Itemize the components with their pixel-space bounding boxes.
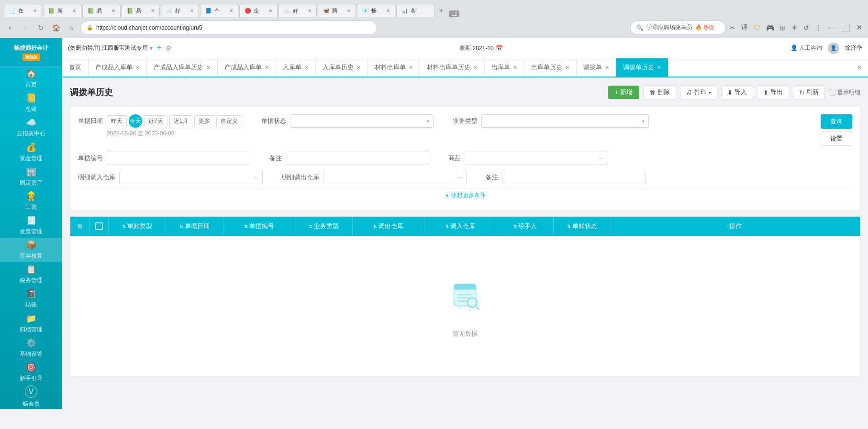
- tab-close-icon[interactable]: ✕: [605, 65, 609, 71]
- page-tab-transfer-history[interactable]: 调拨单历史 ✕: [616, 58, 668, 77]
- browser-tab[interactable]: 📘个✕: [200, 4, 238, 17]
- tab-close-icon[interactable]: ✕: [190, 8, 194, 13]
- minimize-icon[interactable]: —: [825, 22, 837, 34]
- extension-icon2[interactable]: 🎮: [764, 22, 776, 33]
- tab-close-icon[interactable]: ✕: [229, 8, 233, 13]
- page-tab-out-history[interactable]: 出库单历史 ✕: [524, 58, 577, 77]
- page-tab-material-out[interactable]: 材料出库单 ✕: [368, 58, 420, 77]
- sidebar-item-member[interactable]: V 畅会员: [0, 385, 62, 409]
- tab-close-icon[interactable]: ✕: [513, 65, 517, 71]
- doc-number-input[interactable]: [107, 152, 250, 165]
- tab-close-icon[interactable]: ✕: [308, 8, 312, 13]
- custom-btn[interactable]: 自定义: [216, 115, 242, 127]
- sidebar-item-home[interactable]: 🏠 首页: [0, 66, 62, 91]
- tab-close-icon[interactable]: ✕: [33, 8, 37, 13]
- page-tab-finished-in-history[interactable]: 产成品入库单历史 ✕: [147, 58, 218, 77]
- today-btn[interactable]: 今天: [129, 114, 142, 128]
- export-button[interactable]: ⬆ 导出: [757, 85, 789, 99]
- th-checkbox[interactable]: [89, 217, 109, 236]
- tab-close-icon[interactable]: ✕: [304, 65, 309, 71]
- browser-tab[interactable]: 🔴企✕: [239, 4, 278, 17]
- tab-close-icon[interactable]: ✕: [565, 65, 569, 71]
- page-tab-material-out-history[interactable]: 材料出库单历史 ✕: [420, 58, 485, 77]
- browser-tab[interactable]: 🦋腾✕: [318, 4, 356, 17]
- menu-icon[interactable]: ⋮: [813, 22, 823, 33]
- tab-close-icon[interactable]: ✕: [151, 8, 155, 13]
- page-tab-home[interactable]: 首页: [62, 58, 89, 77]
- page-tab-out[interactable]: 出库单 ✕: [485, 58, 524, 77]
- brightness-icon[interactable]: ☀: [790, 22, 800, 33]
- browser-tab[interactable]: 📗易✕: [122, 4, 160, 17]
- th-in-warehouse[interactable]: ⇅ 调入仓库: [424, 217, 496, 236]
- tab-close-icon[interactable]: ✕: [347, 8, 351, 13]
- forward-button[interactable]: ›: [19, 22, 32, 34]
- browser-tab[interactable]: ☁️好✕: [278, 4, 317, 17]
- bookmark-button[interactable]: ☆: [65, 22, 78, 34]
- tab-close-icon[interactable]: ✕: [72, 8, 76, 13]
- print-button[interactable]: 🖨 打印 ▾: [680, 85, 717, 99]
- tab-close-icon[interactable]: ✕: [473, 65, 478, 71]
- refresh-browser-button[interactable]: ↻: [34, 22, 47, 34]
- company-selector[interactable]: (勿删勿禁用) 江西服宝测试专用 ▾: [68, 44, 153, 52]
- checkbox-toggle[interactable]: [829, 89, 835, 96]
- period-info[interactable]: 账期 2021-10 📅: [459, 44, 503, 52]
- back-button[interactable]: ‹: [4, 22, 16, 34]
- month-btn[interactable]: 近1月: [169, 115, 193, 127]
- sidebar-item-closing[interactable]: 📓 结账: [0, 286, 62, 311]
- notes-input[interactable]: [286, 152, 429, 165]
- sidebar-item-inventory[interactable]: 📦 库存核算: [0, 238, 62, 262]
- th-gear[interactable]: ⚙: [70, 217, 89, 236]
- add-company-button[interactable]: +: [156, 43, 162, 53]
- tab-close-icon[interactable]: ✕: [206, 65, 211, 71]
- refresh-data-button[interactable]: ↻ 刷新: [793, 85, 825, 99]
- th-out-warehouse[interactable]: ⇅ 调出仓库: [353, 217, 424, 236]
- tab-close-icon[interactable]: ✕: [135, 65, 140, 71]
- page-tab-in-history[interactable]: 入库单历史 ✕: [316, 58, 368, 77]
- undo-icon[interactable]: ↺: [801, 22, 811, 33]
- sidebar-item-finance[interactable]: 💰 资金管理: [0, 140, 62, 164]
- week-btn[interactable]: 近7天: [144, 115, 167, 127]
- sidebar-item-ledger[interactable]: 📒 总账: [0, 91, 62, 115]
- sidebar-item-settings[interactable]: ⚙️ 基础设置: [0, 336, 62, 360]
- select-all-checkbox[interactable]: [95, 222, 103, 230]
- delete-button[interactable]: 🗑 删除: [643, 85, 676, 99]
- sidebar-item-tax[interactable]: 📋 税务管理: [0, 262, 62, 286]
- sidebar-item-cloud-reports[interactable]: ☁️ 云报表中心: [0, 115, 62, 140]
- browser-tab[interactable]: 📊各: [396, 4, 434, 17]
- browser-tab[interactable]: 📧畅✕: [357, 4, 395, 17]
- customer-service-link[interactable]: 👤 人工咨询: [790, 44, 822, 52]
- detail-out-select[interactable]: ···: [323, 171, 467, 184]
- search-button[interactable]: 查询: [821, 114, 852, 129]
- translate-icon[interactable]: 译: [739, 22, 750, 34]
- th-biz-type[interactable]: ⇅ 业务类型: [295, 217, 353, 236]
- browser-tab[interactable]: ☁️好✕: [161, 4, 199, 17]
- collapse-bar[interactable]: ∧ 收起更多条件: [78, 188, 852, 202]
- page-tab-finished-in2[interactable]: 产成品入库单 ✕: [218, 58, 276, 77]
- home-button[interactable]: 🏠: [50, 22, 62, 34]
- tab-close-icon[interactable]: ✕: [657, 65, 661, 71]
- user-avatar[interactable]: 👤: [828, 43, 839, 54]
- th-doc-number[interactable]: ⇅ 单据编号: [223, 217, 295, 236]
- goods-select[interactable]: ···: [465, 152, 608, 165]
- tab-close-icon[interactable]: ✕: [409, 65, 413, 71]
- detail-in-select[interactable]: ···: [119, 171, 263, 184]
- biz-type-select[interactable]: ▾: [481, 114, 649, 128]
- page-tab-in[interactable]: 入库单 ✕: [276, 58, 316, 77]
- close-browser-icon[interactable]: ✕: [854, 21, 864, 34]
- browser-tab[interactable]: 📗易✕: [82, 4, 121, 17]
- th-doc-status[interactable]: ⇅ 单账状态: [554, 217, 611, 236]
- sidebar-item-invoice[interactable]: 🧾 发票管理: [0, 213, 62, 238]
- username[interactable]: 徐泽华: [845, 44, 862, 52]
- maximize-icon[interactable]: ⬜: [839, 21, 852, 34]
- status-select[interactable]: ▾: [290, 114, 434, 128]
- browser-tab[interactable]: 📄在✕: [4, 4, 42, 17]
- tab-close-icon[interactable]: ✕: [265, 65, 269, 71]
- search-box[interactable]: 🔍 学霸应聘场驱鸟员 🔥 热搜: [630, 21, 726, 35]
- new-button[interactable]: + 新增: [608, 86, 639, 99]
- tab-close-icon[interactable]: ✕: [111, 8, 115, 13]
- tab-close-icon[interactable]: ✕: [356, 65, 361, 71]
- close-all-icon[interactable]: ✕: [851, 64, 868, 71]
- th-person[interactable]: ⇅ 经手人: [496, 217, 554, 236]
- sidebar-item-guide[interactable]: 🎯 新手引导: [0, 360, 62, 385]
- grid-icon[interactable]: ⊞: [778, 22, 788, 33]
